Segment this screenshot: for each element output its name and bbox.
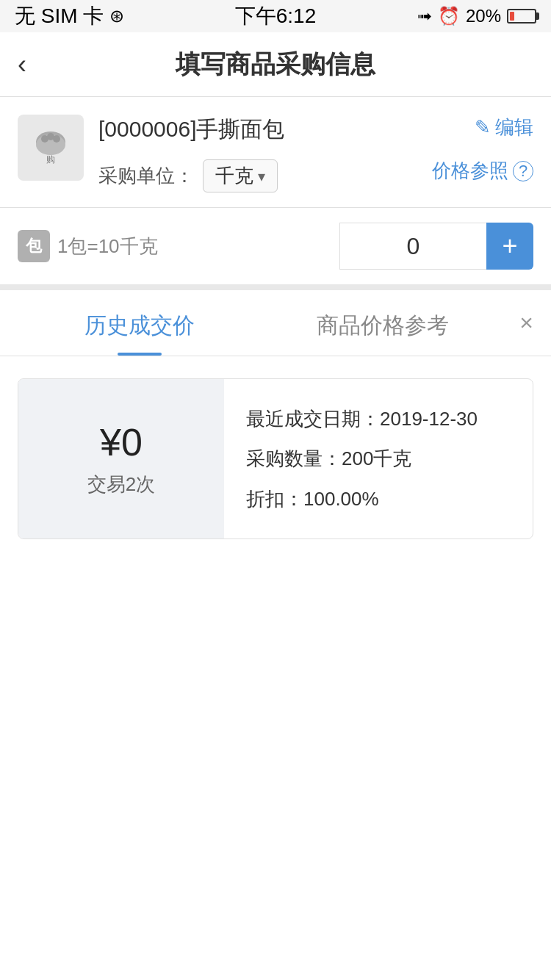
edit-icon: ✎ — [475, 116, 491, 139]
status-right: ➟ ⏰ 20% — [417, 6, 536, 26]
product-image: 购 — [18, 115, 84, 181]
help-icon: ? — [513, 161, 533, 181]
price-left-panel: ¥0 交易2次 — [18, 379, 224, 538]
edit-link[interactable]: ✎ 编辑 — [475, 115, 533, 140]
battery-icon — [507, 9, 536, 24]
price-purchase-qty: 采购数量：200千克 — [246, 445, 511, 472]
tab-history-price[interactable]: 历史成交价 — [18, 290, 262, 356]
quantity-control: + — [339, 223, 533, 270]
tabs-section: 历史成交价 商品价格参考 × ¥0 交易2次 最近成交日期：2019-12-30… — [0, 290, 551, 561]
quantity-unit-box: 包 — [18, 230, 50, 262]
product-thumbnail-icon: 购 — [29, 126, 73, 170]
svg-text:购: 购 — [46, 154, 55, 165]
unit-value: 千克 — [215, 163, 253, 189]
quantity-input[interactable] — [339, 223, 486, 270]
price-discount: 折扣：100.00% — [246, 486, 511, 512]
back-button[interactable]: ‹ — [18, 49, 26, 80]
price-right-panel: 最近成交日期：2019-12-30 采购数量：200千克 折扣：100.00% — [224, 379, 533, 538]
product-name: [0000006]手撕面包 — [98, 115, 284, 145]
svg-point-4 — [53, 135, 60, 143]
status-bar: 无 SIM 卡 ⊛ 下午6:12 ➟ ⏰ 20% — [0, 0, 551, 32]
product-card: 购 [0000006]手撕面包 采购单位： 千克 ▾ ✎ 编辑 价 — [0, 97, 551, 208]
chevron-down-icon: ▾ — [258, 167, 265, 185]
status-carrier: 无 SIM 卡 ⊛ — [15, 2, 124, 30]
tabs-header: 历史成交价 商品价格参考 × — [0, 290, 551, 356]
tabs-close-button[interactable]: × — [505, 295, 533, 351]
history-price-content: ¥0 交易2次 最近成交日期：2019-12-30 采购数量：200千克 折扣：… — [0, 356, 551, 561]
product-info: [0000006]手撕面包 采购单位： 千克 ▾ — [98, 115, 284, 192]
bottom-space — [0, 561, 551, 980]
price-card: ¥0 交易2次 最近成交日期：2019-12-30 采购数量：200千克 折扣：… — [18, 378, 533, 539]
price-amount: ¥0 — [100, 420, 143, 464]
status-time: 下午6:12 — [235, 2, 317, 30]
price-latest-date: 最近成交日期：2019-12-30 — [246, 406, 511, 432]
unit-label: 采购单位： — [98, 163, 194, 189]
nav-bar: ‹ 填写商品采购信息 — [0, 32, 551, 97]
quantity-unit-conversion: 1包=10千克 — [57, 234, 158, 259]
quantity-plus-button[interactable]: + — [486, 223, 533, 270]
unit-select[interactable]: 千克 ▾ — [203, 159, 278, 192]
price-transactions: 交易2次 — [87, 472, 155, 497]
page-title: 填写商品采购信息 — [176, 48, 375, 82]
battery-percent: 20% — [466, 6, 501, 26]
price-ref-link[interactable]: 价格参照 ? — [432, 158, 533, 184]
quantity-unit-info: 包 1包=10千克 — [18, 230, 158, 262]
location-icon: ➟ — [417, 6, 432, 26]
alarm-icon: ⏰ — [438, 6, 460, 26]
tab-product-price-ref[interactable]: 商品价格参考 — [262, 290, 505, 356]
quantity-section: 包 1包=10千克 + — [0, 208, 551, 290]
wifi-icon: ⊛ — [109, 6, 124, 26]
